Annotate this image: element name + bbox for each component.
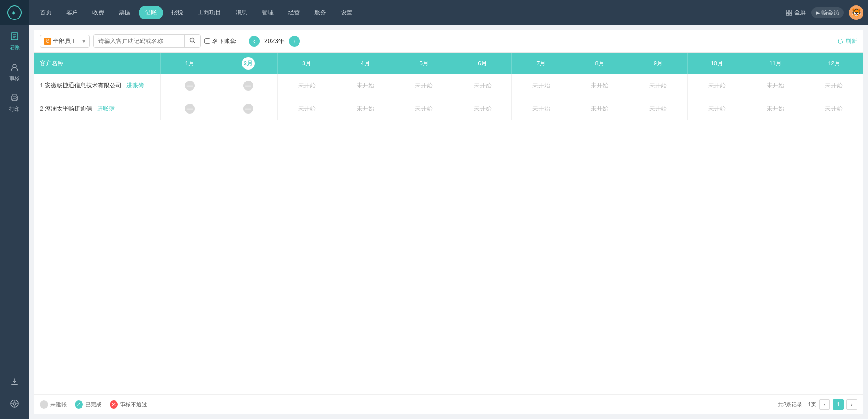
status-not-started: 未开始 — [708, 105, 726, 112]
legend-not-built: — 未建账 — [40, 400, 67, 409]
status-not-started: 未开始 — [767, 105, 784, 112]
dropdown-arrow-icon: ▾ — [82, 38, 86, 44]
my-accounts-checkbox[interactable] — [204, 38, 210, 44]
col-header-m8: 8月 — [570, 53, 629, 74]
svg-rect-19 — [790, 10, 792, 12]
legend-rejected: ✕ 审核不通过 — [110, 400, 147, 409]
cell-name-1: 2 漠澜太平畅捷通信 进账簿 — [34, 97, 160, 120]
sidebar-label-ledger: 记账 — [9, 44, 20, 52]
sidebar-label-audit: 审核 — [9, 75, 20, 82]
pagination: 共2条记录，1页 ‹ 1 › — [778, 399, 857, 410]
cell-m11-row0: 未开始 — [746, 74, 805, 97]
cell-m9-row1: 未开始 — [629, 97, 687, 120]
vip-button[interactable]: ▶ 畅会员 — [811, 7, 844, 18]
cell-m7-row0: 未开始 — [512, 74, 570, 97]
fullscreen-button[interactable]: 全屏 — [786, 9, 806, 17]
status-not-started: 未开始 — [474, 82, 492, 89]
status-not-started: 未开始 — [298, 82, 316, 89]
nav-manage[interactable]: 管理 — [256, 6, 280, 19]
col-header-m11: 11月 — [746, 53, 805, 74]
prev-page-button[interactable]: ‹ — [819, 399, 830, 410]
cell-m10-row0: 未开始 — [688, 74, 746, 97]
svg-rect-11 — [11, 384, 18, 385]
sidebar-item-audit[interactable]: 审核 — [0, 56, 29, 87]
cell-m2-row0: — — [219, 74, 277, 97]
customer-name-1: 漠澜太平畅捷通信 — [45, 105, 92, 112]
status-not-started: 未开始 — [357, 82, 374, 89]
svg-rect-21 — [790, 13, 792, 15]
my-accounts-checkbox-label[interactable]: 名下账套 — [204, 37, 236, 45]
cell-m4-row0: 未开始 — [336, 74, 395, 97]
cell-m3-row0: 未开始 — [278, 74, 336, 97]
total-records: 共2条记录，1页 — [778, 401, 816, 409]
user-avatar[interactable]: 🐯 — [849, 5, 863, 20]
fullscreen-label: 全屏 — [794, 9, 806, 17]
next-page-button[interactable]: › — [846, 399, 857, 410]
col-header-m7: 7月 — [512, 53, 570, 74]
sidebar-item-print[interactable]: 打印 — [0, 87, 29, 118]
status-not-started: 未开始 — [591, 82, 608, 89]
cell-m6-row0: 未开始 — [453, 74, 511, 97]
vip-icon: ▶ — [816, 10, 820, 16]
nav-message[interactable]: 消息 — [229, 6, 254, 19]
cell-m8-row1: 未开始 — [570, 97, 629, 120]
nav-billing[interactable]: 收费 — [86, 6, 111, 19]
nav-settings[interactable]: 设置 — [334, 6, 359, 19]
content-panel: 员 全部员工 ▾ 名下账套 ‹ 2023年 › — [34, 30, 863, 414]
cell-m7-row1: 未开始 — [512, 97, 570, 120]
cell-m4-row1: 未开始 — [336, 97, 395, 120]
topnav: 首页 客户 收费 票据 记账 报税 工商项目 消息 管理 经营 服务 设置 全屏… — [29, 0, 868, 25]
svg-text:✦: ✦ — [11, 10, 16, 17]
table-wrapper: 客户名称 1月 2月 3月 4月 5月 6月 — [34, 53, 863, 394]
col-header-name: 客户名称 — [34, 53, 160, 74]
legend-label-completed: 已完成 — [85, 401, 101, 409]
status-not-started: 未开始 — [825, 105, 843, 112]
status-not-started: 未开始 — [708, 82, 726, 89]
nav-biz[interactable]: 工商项目 — [191, 6, 227, 19]
footer: — 未建账 ✓ 已完成 ✕ 审核不通过 共2条记录，1页 ‹ 1 — [34, 394, 863, 414]
refresh-button[interactable]: 刷新 — [837, 37, 857, 45]
status-dash-icon: — — [243, 104, 253, 114]
nav-home[interactable]: 首页 — [34, 6, 58, 19]
status-not-started: 未开始 — [415, 82, 433, 89]
sidebar-item-support[interactable] — [0, 393, 29, 414]
search-input[interactable] — [94, 35, 184, 47]
table-row: 2 漠澜太平畅捷通信 进账簿——未开始未开始未开始未开始未开始未开始未开始未开始… — [34, 97, 863, 120]
sidebar-item-ledger[interactable]: 记账 — [0, 25, 29, 56]
status-dash-icon: — — [185, 81, 195, 91]
search-button[interactable] — [184, 35, 200, 47]
page-1-button[interactable]: 1 — [833, 399, 844, 410]
sidebar-item-download[interactable] — [0, 371, 29, 393]
status-not-started: 未开始 — [649, 82, 667, 89]
enter-ledger-link-1[interactable]: 进账簿 — [97, 105, 115, 112]
nav-invoice[interactable]: 票据 — [112, 6, 137, 19]
sidebar-label-print: 打印 — [9, 106, 20, 113]
legend-dot-red: ✕ — [110, 400, 118, 409]
cell-m9-row0: 未开始 — [629, 74, 687, 97]
prev-year-button[interactable]: ‹ — [249, 36, 260, 47]
nav-ledger[interactable]: 记账 — [139, 6, 163, 19]
cell-m3-row1: 未开始 — [278, 97, 336, 120]
col-header-m10: 10月 — [688, 53, 746, 74]
refresh-label: 刷新 — [845, 37, 857, 45]
enter-ledger-link-0[interactable]: 进账簿 — [126, 82, 144, 89]
legend-dot-teal: ✓ — [75, 400, 83, 409]
ledger-table: 客户名称 1月 2月 3月 4月 5月 6月 — [34, 53, 863, 120]
cell-m12-row1: 未开始 — [805, 97, 863, 120]
table-body: 1 安徽畅捷通信息技术有限公司 进账簿——未开始未开始未开始未开始未开始未开始未… — [34, 74, 863, 120]
svg-rect-20 — [786, 13, 789, 15]
svg-rect-18 — [786, 10, 789, 12]
nav-operation[interactable]: 经营 — [282, 6, 306, 19]
nav-service[interactable]: 服务 — [308, 6, 333, 19]
next-year-button[interactable]: › — [289, 36, 300, 47]
customer-name-0: 安徽畅捷通信息技术有限公司 — [45, 82, 121, 89]
cell-m11-row1: 未开始 — [746, 97, 805, 120]
sidebar-logo[interactable]: ✦ — [0, 0, 29, 25]
nav-customer[interactable]: 客户 — [60, 6, 84, 19]
cell-m12-row0: 未开始 — [805, 74, 863, 97]
status-not-started: 未开始 — [532, 82, 550, 89]
nav-tax[interactable]: 报税 — [165, 6, 189, 19]
svg-point-10 — [16, 97, 17, 98]
employee-dropdown[interactable]: 员 全部员工 ▾ — [40, 35, 90, 48]
cell-m1-row0: — — [160, 74, 219, 97]
